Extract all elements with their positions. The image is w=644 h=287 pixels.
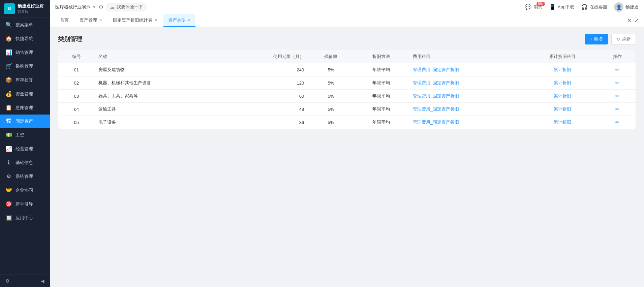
edit-icon[interactable]: ✏ <box>615 106 619 112</box>
cell-accumulated: 累计折旧 <box>525 76 599 90</box>
search-menu-label: 搜索菜单 <box>16 22 33 28</box>
sidebar-item-guide[interactable]: 🎯 新手引导 <box>0 197 50 211</box>
cell-action: ✏ <box>600 103 636 116</box>
company-settings-icon[interactable]: ⚙ <box>99 4 103 10</box>
cell-period: 48 <box>225 103 308 116</box>
user-label: 畅捷通 <box>625 4 639 10</box>
edit-icon[interactable]: ✏ <box>615 120 619 125</box>
page-header: 类别管理 + 新增 ↻ 刷新 <box>58 34 636 44</box>
sidebar-item-purchase[interactable]: 🛒 采购管理 <box>0 59 50 73</box>
fixed-assets-label: 固定资产 <box>16 118 33 124</box>
tab-asset-management[interactable]: 资产管理 ✕ <box>75 14 107 27</box>
cell-id: 04 <box>58 103 94 116</box>
sidebar-item-ledger[interactable]: 📋 总账管理 <box>0 101 50 115</box>
app-sub: 普及版 <box>18 9 44 14</box>
table-header-row: 编号 名称 使用期限（月） 残值率 折旧方法 费用科目 累计折旧科目 操作 <box>58 50 636 63</box>
col-name: 名称 <box>94 50 225 63</box>
cell-action: ✏ <box>600 76 636 90</box>
sidebar-item-system[interactable]: ⚙ 系统管理 <box>0 169 50 183</box>
page-title: 类别管理 <box>58 35 82 43</box>
logo-icon: 财 <box>4 3 15 14</box>
refresh-label: 刷新 <box>622 36 631 42</box>
new-button[interactable]: + 新增 <box>585 34 608 44</box>
cell-method: 年限平均 <box>354 63 409 76</box>
cell-residual: 5% <box>308 76 354 90</box>
basic-info-icon: ℹ <box>5 159 12 166</box>
table-row: 01 房屋及建筑物 240 5% 年限平均 管理费用_固定资产折旧 累计折旧 ✏ <box>58 63 636 76</box>
logo-area: 财 畅捷通好业财 普及版 <box>0 0 50 18</box>
cell-method: 年限平均 <box>354 90 409 103</box>
hint-text: 我要体验一下 <box>117 4 143 10</box>
sidebar-item-operations[interactable]: 📈 经营管理 <box>0 142 50 156</box>
cell-id: 02 <box>58 76 94 90</box>
sidebar-item-enterprise[interactable]: 🤝 企业协同 <box>0 183 50 197</box>
operations-label: 经营管理 <box>16 146 33 152</box>
sidebar-item-inventory[interactable]: 📦 库存核算 <box>0 73 50 87</box>
tab-asset-type-close[interactable]: ✕ <box>188 18 191 22</box>
sidebar-item-salary[interactable]: 💵 工资 <box>0 128 50 142</box>
avatar: 👤 <box>614 2 623 12</box>
company-name: 医疗器械行业演示 <box>55 4 90 10</box>
sidebar-item-fixed-assets[interactable]: 🏗 固定资产 <box>0 115 50 128</box>
tab-depreciation-table[interactable]: 固定资产折旧统计表 ✕ <box>108 14 162 27</box>
cell-name: 运输工具 <box>94 103 225 116</box>
cell-period: 36 <box>225 116 308 129</box>
hint-button[interactable]: ☁ 我要体验一下 <box>106 3 147 11</box>
cell-method: 年限平均 <box>354 76 409 90</box>
company-selector[interactable]: 医疗器械行业演示 ▼ <box>55 4 96 10</box>
ledger-icon: 📋 <box>5 104 12 111</box>
cell-expense: 管理费用_固定资产折旧 <box>409 90 525 103</box>
cell-accumulated: 累计折旧 <box>525 116 599 129</box>
tab-expand-btn[interactable]: ⤢ <box>634 17 639 24</box>
salary-label: 工资 <box>16 132 24 138</box>
cell-action: ✏ <box>600 63 636 76</box>
cell-expense: 管理费用_固定资产折旧 <box>409 116 525 129</box>
cell-action: ✏ <box>600 90 636 103</box>
topbar-customer-service[interactable]: 🎧 在线客服 <box>581 4 607 10</box>
sidebar-item-app-center[interactable]: 🔲 应用中心 <box>0 211 50 225</box>
topbar-right: 💬 消息 99+ 📱 App下载 🎧 在线客服 👤 畅捷通 <box>525 2 639 12</box>
table-row: 04 运输工具 48 5% 年限平均 管理费用_固定资产折旧 累计折旧 ✏ <box>58 103 636 116</box>
logo-text-block: 畅捷通好业财 普及版 <box>18 3 44 14</box>
edit-icon[interactable]: ✏ <box>615 80 619 86</box>
quick-nav-label: 快捷导航 <box>16 36 33 42</box>
topbar-app-download[interactable]: 📱 App下载 <box>549 4 574 10</box>
fixed-assets-icon: 🏗 <box>5 118 12 124</box>
edit-icon[interactable]: ✏ <box>615 67 619 72</box>
cell-accumulated: 累计折旧 <box>525 63 599 76</box>
app-download-label: App下载 <box>558 4 574 10</box>
messages-icon: 💬 <box>525 4 531 10</box>
cell-action: ✏ <box>600 116 636 129</box>
operations-icon: 📈 <box>5 146 12 152</box>
cell-residual: 5% <box>308 103 354 116</box>
collapse-icon[interactable]: ◀ <box>41 278 44 284</box>
refresh-icon: ↻ <box>616 37 620 42</box>
tab-minimize-btn[interactable]: ✕ <box>627 17 632 24</box>
sales-label: 销售管理 <box>16 50 33 56</box>
tab-home-label: 首页 <box>60 17 69 23</box>
settings-footer-icon[interactable]: ⚙ <box>5 278 10 284</box>
sidebar-item-search-menu[interactable]: 🔍 搜索菜单 <box>0 18 50 32</box>
content-area: 类别管理 + 新增 ↻ 刷新 编号 名称 使用期限（月） 残值率 折旧方法 <box>50 27 644 287</box>
col-residual: 残值率 <box>308 50 354 63</box>
refresh-button[interactable]: ↻ 刷新 <box>611 34 636 44</box>
edit-icon[interactable]: ✏ <box>615 93 619 99</box>
app-name: 畅捷通好业财 <box>18 3 44 9</box>
sales-icon: 📊 <box>5 49 12 56</box>
quick-nav-icon: 🏠 <box>5 35 12 42</box>
sidebar-item-basic-info[interactable]: ℹ 基础信息 <box>0 156 50 169</box>
topbar-messages[interactable]: 💬 消息 99+ <box>525 4 542 10</box>
cell-expense: 管理费用_固定资产折旧 <box>409 103 525 116</box>
sidebar-item-sales[interactable]: 📊 销售管理 <box>0 45 50 59</box>
tab-home[interactable]: 首页 <box>55 14 73 27</box>
cell-period: 120 <box>225 76 308 90</box>
sidebar-item-capital[interactable]: 💰 资金管理 <box>0 87 50 101</box>
tab-asset-management-close[interactable]: ✕ <box>99 18 102 22</box>
sidebar-item-quick-nav[interactable]: 🏠 快捷导航 <box>0 32 50 45</box>
cell-period: 240 <box>225 63 308 76</box>
cell-accumulated: 累计折旧 <box>525 103 599 116</box>
topbar: 医疗器械行业演示 ▼ ⚙ ☁ 我要体验一下 💬 消息 99+ 📱 App下载 🎧… <box>50 0 644 14</box>
topbar-user[interactable]: 👤 畅捷通 <box>614 2 639 12</box>
tab-asset-type[interactable]: 资产类型 ✕ <box>163 14 195 27</box>
tab-depreciation-close[interactable]: ✕ <box>154 18 157 22</box>
